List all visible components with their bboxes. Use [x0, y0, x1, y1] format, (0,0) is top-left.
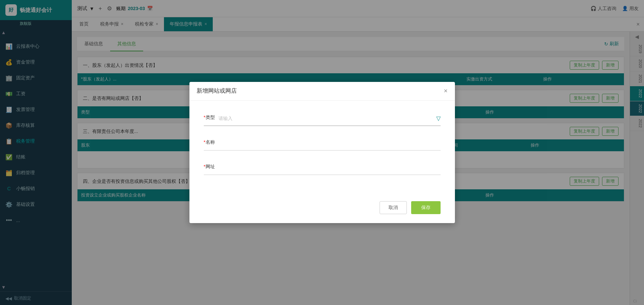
cancel-button[interactable]: 取消: [380, 201, 407, 214]
type-dropdown-icon[interactable]: ▽: [436, 115, 441, 122]
type-select-row: *类型 ▽: [204, 111, 441, 126]
form-field-name: *名称: [204, 136, 441, 151]
dialog-title: 新增网站或网店: [197, 87, 237, 95]
dialog-close-btn[interactable]: ×: [444, 87, 448, 95]
dialog-overlay: 新增网站或网店 × *类型 ▽ *名称: [0, 0, 644, 305]
form-field-type: *类型 ▽: [204, 111, 441, 126]
form-field-url: *网址: [204, 161, 441, 175]
name-input[interactable]: [218, 138, 441, 148]
dialog-footer: 取消 保存: [189, 196, 455, 223]
url-input[interactable]: [218, 163, 441, 172]
url-label: *网址: [204, 163, 215, 170]
save-button[interactable]: 保存: [411, 201, 441, 214]
name-label: *名称: [204, 139, 215, 145]
add-website-dialog: 新增网站或网店 × *类型 ▽ *名称: [189, 82, 455, 223]
type-input[interactable]: [218, 114, 436, 123]
dialog-header: 新增网站或网店 ×: [189, 82, 455, 101]
type-label: *类型: [204, 114, 215, 121]
dialog-body: *类型 ▽ *名称 *网址: [189, 101, 455, 196]
